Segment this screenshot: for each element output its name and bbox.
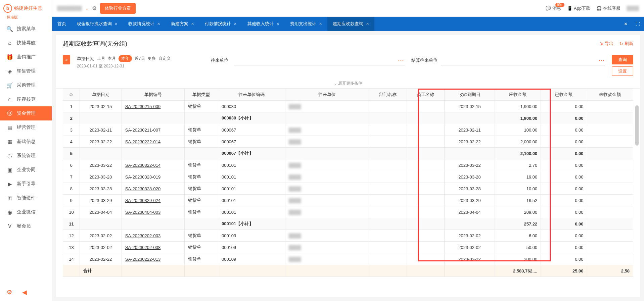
doc-link[interactable]: SA-20230328-019 <box>125 174 161 180</box>
close-icon[interactable]: ✕ <box>157 22 160 26</box>
vertical-scrollbar[interactable] <box>635 105 639 146</box>
filter-row: » 单据日期 上月本月本年近7天更多自定义 2023-01-01 至 2023-… <box>56 52 640 79</box>
tab-7[interactable]: 超期应收款查询✕ <box>327 17 374 31</box>
col-header-4[interactable]: 往来单位编码 <box>218 89 285 101</box>
date-opt-3[interactable]: 近7天 <box>135 56 145 61</box>
gear-icon[interactable]: ⚙ <box>69 92 73 97</box>
close-icon[interactable]: ✕ <box>234 22 237 26</box>
sidebar-item-2[interactable]: 🎁营销推广 <box>0 50 52 64</box>
sidebar-item-13[interactable]: ◉企业微信 <box>0 205 52 219</box>
gear-icon[interactable]: ⚙ <box>92 5 97 11</box>
close-icon[interactable]: ✕ <box>319 22 322 26</box>
user-avatar[interactable]: ████ <box>627 6 639 11</box>
logo[interactable]: b 畅捷通好生意 <box>0 0 52 17</box>
sidebar-item-5[interactable]: ⌂库存核算 <box>0 92 52 106</box>
tab-1[interactable]: 现金银行流水查询✕ <box>72 17 123 31</box>
tab-5[interactable]: 其他收入统计✕ <box>242 17 285 31</box>
table-row[interactable]: 92023-03-29SA-20230329-024销货单000101████2… <box>63 195 633 206</box>
query-button[interactable]: 查询 <box>612 55 633 64</box>
close-icon[interactable]: ✕ <box>276 22 279 26</box>
table-row[interactable]: 32023-02-11SA-20230211-007销货单000067████2… <box>63 124 633 136</box>
doc-link[interactable]: SA-20230215-009 <box>125 104 161 109</box>
tab-4[interactable]: 付款情况统计✕ <box>199 17 242 31</box>
sidebar-item-12[interactable]: ✆智能硬件 <box>0 191 52 205</box>
doc-link[interactable]: SA-20230404-003 <box>125 210 161 215</box>
close-icon[interactable]: ✕ <box>366 22 369 26</box>
col-header-3[interactable]: 单据类型 <box>185 89 218 101</box>
col-header-5[interactable]: 往来单位 <box>285 89 369 101</box>
nav-icon: ▤ <box>7 124 13 131</box>
expand-conditions[interactable]: ⌄ 展开更多条件 <box>56 79 640 89</box>
fullscreen-icon[interactable]: ⛶ <box>632 21 644 27</box>
col-header-2[interactable]: 单据编号 <box>122 89 184 101</box>
doc-link[interactable]: SA-20230202-003 <box>125 233 161 238</box>
table-row[interactable]: 72023-03-28SA-20230328-019销货单000101████2… <box>63 171 633 183</box>
table-row[interactable]: 42023-02-22SA-20230222-014销货单000067████2… <box>63 136 633 148</box>
doc-link[interactable]: SA-20230322-014 <box>125 163 161 168</box>
doc-link[interactable]: SA-20230202-008 <box>125 245 161 250</box>
export-button[interactable]: ⇲ 导出 <box>600 41 613 47</box>
table-row[interactable]: 5000067【小计】2,100.000.00 <box>63 148 633 159</box>
doc-link[interactable]: SA-20230211-007 <box>125 128 161 133</box>
online-service-link[interactable]: 🎧 在线客服 <box>596 5 620 11</box>
tab-6[interactable]: 费用支出统计✕ <box>285 17 327 31</box>
partner-input[interactable] <box>234 58 398 63</box>
settle-partner-input[interactable] <box>441 58 598 63</box>
col-header-9[interactable]: 应收金额 <box>495 89 541 101</box>
sidebar-item-7[interactable]: ▤经营管理 <box>0 120 52 135</box>
date-opt-2[interactable]: 本年 <box>119 55 132 62</box>
date-opt-4[interactable]: 更多 <box>148 56 156 61</box>
sidebar-item-1[interactable]: ⌂快捷导航 <box>0 36 52 50</box>
close-icon[interactable]: ✕ <box>114 22 118 26</box>
table-row[interactable]: 11000101【小计】257.220.00 <box>63 218 633 230</box>
messages-link[interactable]: 💬 消息 99+ <box>546 5 561 11</box>
sidebar-item-4[interactable]: 🛒采购管理 <box>0 78 52 92</box>
table-row[interactable]: 102023-04-04SA-20230404-003销货单000101████… <box>63 206 633 218</box>
org-name[interactable]: ████████ <box>57 6 82 11</box>
col-header-10[interactable]: 已收金额 <box>541 89 587 101</box>
col-header-7[interactable]: 员工名称 <box>407 89 444 101</box>
setting-button[interactable]: 设置 <box>612 66 633 76</box>
date-opt-0[interactable]: 上月 <box>97 56 105 61</box>
experience-button[interactable]: 体验行业方案 <box>100 3 136 14</box>
sidebar-item-0[interactable]: 🔍搜索菜单 <box>0 22 52 36</box>
sidebar-item-11[interactable]: ▶新手引导 <box>0 177 52 191</box>
refresh-button[interactable]: ↻ 刷新 <box>619 41 633 47</box>
sidebar-item-3[interactable]: ◈销售管理 <box>0 64 52 78</box>
close-icon[interactable]: ✕ <box>191 22 194 26</box>
date-opt-1[interactable]: 本月 <box>108 56 116 61</box>
table-row[interactable]: 82023-03-28SA-20230328-020销货单000101████2… <box>63 183 633 195</box>
col-header-8[interactable]: 收款到期日 <box>445 89 495 101</box>
doc-link[interactable]: SA-20230328-020 <box>125 186 161 191</box>
sidebar-item-6[interactable]: ⓐ资金管理 <box>0 106 52 120</box>
sidebar-item-14[interactable]: V畅会员 <box>0 219 52 233</box>
table-row[interactable]: 142023-02-22SA-20230222-013销货单000109████… <box>63 253 633 265</box>
table-row[interactable]: 12023-02-15SA-20230215-009销货单000030████2… <box>63 101 633 112</box>
table-row[interactable]: 132023-02-02SA-20230202-008销货单000109████… <box>63 242 633 253</box>
chevron-down-icon[interactable]: ⌄ <box>85 6 89 11</box>
sidebar-item-9[interactable]: ◌系统管理 <box>0 149 52 163</box>
col-header-1[interactable]: 单据日期 <box>80 89 122 101</box>
doc-link[interactable]: SA-20230222-013 <box>125 257 161 262</box>
doc-link[interactable]: SA-20230329-024 <box>125 198 161 203</box>
tab-3[interactable]: 新建方案✕ <box>166 17 199 31</box>
close-all-tabs[interactable]: ✕ <box>620 21 632 27</box>
col-header-6[interactable]: 部门名称 <box>369 89 407 101</box>
collapse-filter-button[interactable]: » <box>63 55 70 64</box>
date-opt-5[interactable]: 自定义 <box>158 56 171 61</box>
settle-partner-more-icon[interactable]: ⋯ <box>598 56 605 64</box>
settings-icon[interactable]: ⚙ <box>7 289 12 296</box>
col-header-0[interactable]: ⚙ <box>63 89 80 101</box>
table-row[interactable]: 2000030【小计】1,900.000.00 <box>63 112 633 124</box>
table-row[interactable]: 62023-03-22SA-20230322-014销货单000101████2… <box>63 159 633 171</box>
collapse-icon[interactable]: ◀ <box>22 289 27 296</box>
tab-0[interactable]: 首页 <box>52 17 72 31</box>
tab-2[interactable]: 收款情况统计✕ <box>123 17 166 31</box>
sidebar-item-10[interactable]: ▣企业协同 <box>0 163 52 177</box>
col-header-11[interactable]: 未收款金额 <box>587 89 633 101</box>
table-row[interactable]: 122023-02-02SA-20230202-003销货单000109████… <box>63 230 633 242</box>
doc-link[interactable]: SA-20230222-014 <box>125 139 161 144</box>
app-download-link[interactable]: 📱 App下载 <box>567 5 590 11</box>
partner-more-icon[interactable]: ⋯ <box>398 56 405 64</box>
sidebar-item-8[interactable]: ▦基础信息 <box>0 135 52 149</box>
